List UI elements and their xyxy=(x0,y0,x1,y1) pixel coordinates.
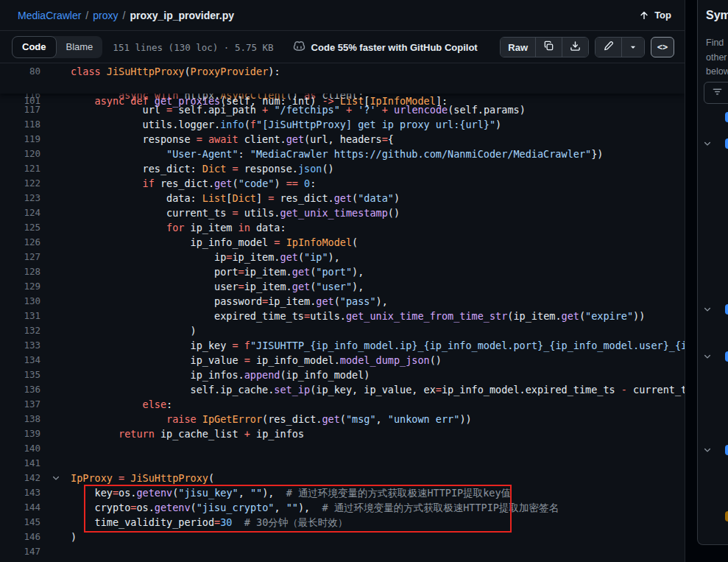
line-number[interactable]: 147 xyxy=(0,544,40,559)
line-number[interactable]: 80 xyxy=(0,64,40,79)
collapse-chevron-icon[interactable] xyxy=(40,471,71,485)
copilot-banner-text: Code 55% faster with GitHub Copilot xyxy=(311,42,478,53)
code-text: IpProxy = JiSuHttpProxy( xyxy=(71,471,214,485)
code-line: 121 res_dict: Dict = response.json() xyxy=(0,161,685,176)
edit-button[interactable] xyxy=(596,38,621,57)
symbol-kind-icon xyxy=(725,304,728,315)
line-number[interactable]: 144 xyxy=(0,500,40,515)
breadcrumb-repo-link[interactable]: MediaCrawler xyxy=(18,10,81,21)
code-line: 140 xyxy=(0,441,685,456)
line-gutter xyxy=(40,191,71,206)
line-number[interactable]: 125 xyxy=(0,220,40,235)
line-number[interactable]: 101 xyxy=(0,94,40,108)
copilot-icon xyxy=(293,40,305,55)
line-gutter xyxy=(40,485,71,500)
tab-blame[interactable]: Blame xyxy=(57,37,103,57)
line-gutter xyxy=(40,235,71,250)
line-number[interactable]: 136 xyxy=(0,382,40,397)
symbol-tree-row[interactable] xyxy=(698,110,728,124)
chevron-down-icon[interactable] xyxy=(698,446,717,454)
line-gutter xyxy=(40,323,71,338)
code-text: res_dict: Dict = response.json() xyxy=(71,161,334,176)
scroll-to-top-button[interactable]: Top xyxy=(639,10,671,21)
code-line: 131 expired_time_ts=utils.get_unix_time_… xyxy=(0,309,685,323)
code-line: 146) xyxy=(0,530,685,544)
line-number[interactable]: 134 xyxy=(0,353,40,368)
line-gutter xyxy=(40,176,71,191)
code-line: 126 ip_info_model = IpInfoModel( xyxy=(0,235,685,250)
line-number[interactable]: 123 xyxy=(0,191,40,206)
line-gutter xyxy=(40,294,71,309)
line-gutter xyxy=(40,426,71,441)
line-gutter xyxy=(40,161,71,176)
code-line: 129 user=ip_item.get("user"), xyxy=(0,279,685,294)
line-number[interactable]: 133 xyxy=(0,338,40,353)
raw-button[interactable]: Raw xyxy=(501,38,535,57)
code-text: ) xyxy=(71,323,197,338)
file-view-panel: MediaCrawler / proxy / proxy_ip_provider… xyxy=(0,0,685,562)
chevron-down-icon[interactable] xyxy=(698,305,717,314)
line-number[interactable]: 121 xyxy=(0,161,40,176)
line-number[interactable]: 119 xyxy=(0,132,40,147)
line-number[interactable]: 141 xyxy=(0,456,40,471)
line-number[interactable]: 129 xyxy=(0,279,40,294)
code-text: self.ip_cache.set_ip(ip_key, ip_value, e… xyxy=(71,382,685,397)
code-text: class JiSuHttpProxy(ProxyProvider): xyxy=(71,64,280,79)
line-number[interactable]: 124 xyxy=(0,206,40,220)
breadcrumb-separator: / xyxy=(122,10,125,21)
line-number[interactable]: 143 xyxy=(0,485,40,500)
line-number[interactable]: 128 xyxy=(0,264,40,279)
tab-code[interactable]: Code xyxy=(12,36,57,58)
breadcrumb-file-name: proxy_ip_provider.py xyxy=(130,10,234,21)
line-number[interactable]: 127 xyxy=(0,250,40,264)
symbol-tree-row[interactable] xyxy=(698,350,728,363)
line-number[interactable]: 130 xyxy=(0,294,40,309)
code-viewer: 116 async with httpx.AsyncClient() as cl… xyxy=(0,64,685,562)
line-number[interactable]: 138 xyxy=(0,412,40,426)
line-number[interactable]: 118 xyxy=(0,117,40,132)
copy-button[interactable] xyxy=(535,38,562,57)
symbols-panel-toggle-button[interactable]: <> xyxy=(651,37,674,57)
line-number[interactable]: 120 xyxy=(0,147,40,161)
line-number[interactable]: 122 xyxy=(0,176,40,191)
line-number[interactable]: 139 xyxy=(0,426,40,441)
code-line: 122 if res_dict.get("code") == 0: xyxy=(0,176,685,191)
line-number[interactable]: 131 xyxy=(0,309,40,323)
line-number[interactable]: 146 xyxy=(0,530,40,544)
symbol-tree-row[interactable] xyxy=(698,303,728,316)
breadcrumb-folder-link[interactable]: proxy xyxy=(93,10,118,21)
symbol-kind-icon xyxy=(725,351,728,362)
line-number[interactable]: 142 xyxy=(0,471,40,485)
chevron-down-icon[interactable] xyxy=(698,352,717,361)
line-gutter xyxy=(40,220,71,235)
copilot-banner: Code 55% faster with GitHub Copilot xyxy=(293,40,478,55)
copy-icon xyxy=(543,41,554,54)
chevron-down-icon xyxy=(629,42,637,53)
line-number[interactable]: 126 xyxy=(0,235,40,250)
symbols-filter-button[interactable] xyxy=(704,82,728,104)
symbol-kind-icon xyxy=(725,511,728,521)
line-number[interactable]: 145 xyxy=(0,515,40,530)
line-gutter xyxy=(40,338,71,353)
symbol-tree-row[interactable] xyxy=(698,510,728,523)
symbol-tree-row[interactable] xyxy=(698,443,728,457)
line-number[interactable]: 132 xyxy=(0,323,40,338)
download-button[interactable] xyxy=(562,38,588,57)
breadcrumb-bar: MediaCrawler / proxy / proxy_ip_provider… xyxy=(0,0,685,31)
symbol-tree-row[interactable] xyxy=(698,137,728,150)
line-gutter xyxy=(40,279,71,294)
edit-dropdown-button[interactable] xyxy=(621,38,644,57)
download-icon xyxy=(570,41,581,54)
code-line: 130 password=ip_item.get("pass"), xyxy=(0,294,685,309)
code-text: expired_time_ts=utils.get_unix_time_from… xyxy=(71,309,645,323)
code-line: 142IpProxy = JiSuHttpProxy( xyxy=(0,471,685,485)
line-number[interactable]: 135 xyxy=(0,368,40,382)
code-line: 144 crypto=os.getenv("jisu_crypto", ""),… xyxy=(0,500,685,515)
chevron-down-icon[interactable] xyxy=(698,139,717,148)
line-gutter xyxy=(40,368,71,382)
line-number[interactable]: 137 xyxy=(0,397,40,412)
line-number[interactable]: 140 xyxy=(0,441,40,456)
code-text: time_validity_period=30 # 30分钟（最长时效） xyxy=(71,515,347,530)
code-line: 127 ip=ip_item.get("ip"), xyxy=(0,250,685,264)
code-text: ip_info_model = IpInfoModel( xyxy=(71,235,358,250)
